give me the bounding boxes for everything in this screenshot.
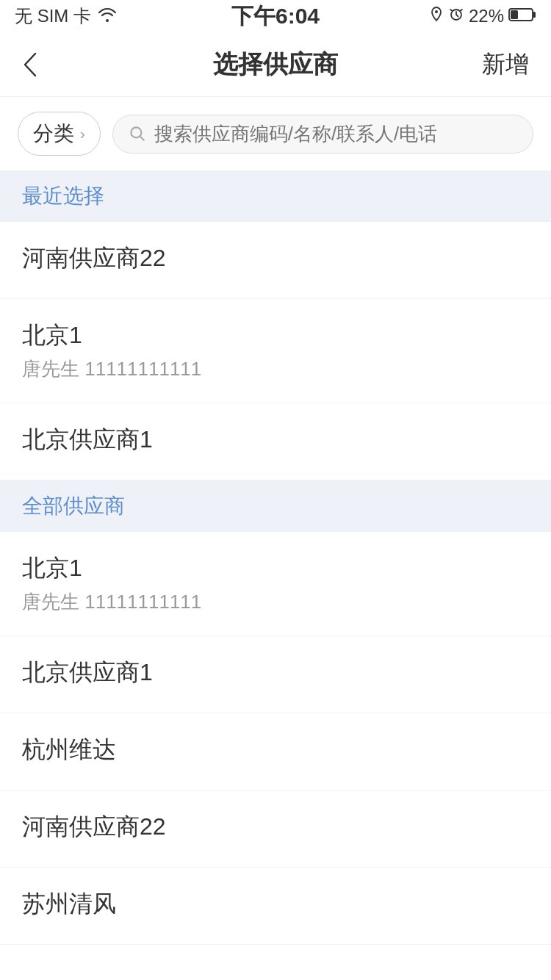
svg-rect-3 [533,12,536,18]
svg-rect-4 [511,10,518,19]
list-item[interactable]: 北京供应商1 [0,636,551,713]
item-name: 北京供应商1 [22,657,529,689]
category-label: 分类 [33,120,74,148]
recent-section-header: 最近选择 [0,170,551,222]
item-name: 北京1 [22,320,529,352]
item-name: 杭州维达 [22,734,529,766]
item-sub: 唐先生 11111111111 [22,356,529,382]
status-bar: 无 SIM 卡 下午6:04 22% [0,0,551,32]
list-item[interactable]: 北京1唐先生 11111111111 [0,299,551,403]
list-item[interactable]: 北京1唐先生 11111111111 [0,532,551,636]
category-filter-button[interactable]: 分类 › [18,112,101,156]
item-name: 河南供应商22 [22,242,529,275]
search-box[interactable] [112,115,533,154]
item-name: 苏州清风 [22,888,529,920]
status-left: 无 SIM 卡 [15,4,118,28]
item-sub: 唐先生 11111111111 [22,589,529,615]
nav-bar: 选择供应商 新增 [0,32,551,97]
recent-label: 最近选择 [22,184,104,207]
list-item[interactable]: 北京供应商1 [0,403,551,480]
page-title: 选择供应商 [213,48,338,82]
list-item[interactable]: 河南供应商22 [0,790,551,868]
item-name: 河南供应商22 [22,811,529,843]
wifi-icon [97,6,118,26]
battery-icon [508,6,536,26]
add-supplier-button[interactable]: 新增 [482,48,529,81]
all-section-header: 全部供应商 [0,480,551,532]
search-icon [128,124,147,143]
location-icon [429,6,444,26]
status-right: 22% [429,6,536,26]
search-input[interactable] [154,123,518,145]
all-label: 全部供应商 [22,494,125,517]
battery-label: 22% [469,6,504,26]
item-name: 北京供应商1 [22,424,529,456]
status-time: 下午6:04 [231,1,320,32]
filter-bar: 分类 › [0,97,551,170]
all-items-list: 北京1唐先生 11111111111北京供应商1杭州维达河南供应商22苏州清风 [0,532,551,945]
list-item[interactable]: 杭州维达 [0,713,551,790]
item-name: 北京1 [22,552,529,585]
list-item[interactable]: 苏州清风 [0,868,551,945]
list-item[interactable]: 河南供应商22 [0,222,551,299]
carrier-label: 无 SIM 卡 [15,4,91,28]
alarm-icon [448,6,464,26]
recent-items-list: 河南供应商22北京1唐先生 11111111111北京供应商1 [0,222,551,480]
back-button[interactable] [22,51,66,79]
chevron-right-icon: › [80,126,85,143]
svg-point-0 [435,10,438,13]
